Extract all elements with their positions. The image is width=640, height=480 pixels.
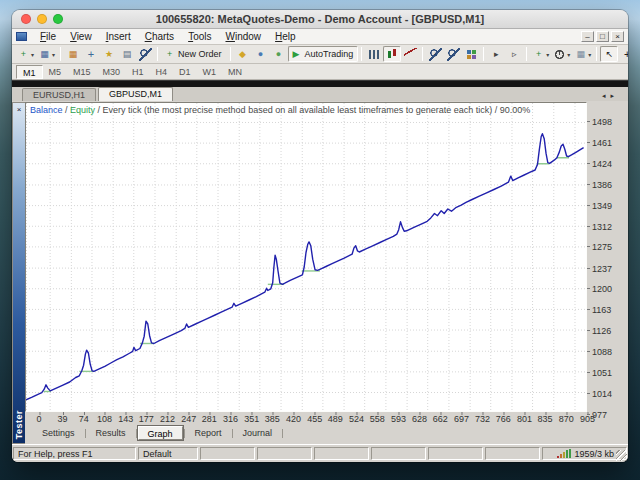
timeframe-m30[interactable]: M30 bbox=[97, 65, 127, 79]
tester-tab-journal[interactable]: Journal bbox=[234, 426, 282, 440]
resize-grip-icon[interactable] bbox=[616, 450, 627, 461]
timeframe-m5[interactable]: M5 bbox=[43, 65, 68, 79]
menu-view[interactable]: View bbox=[63, 30, 99, 43]
chart-tab-eurusd-h1[interactable]: EURUSD,H1 bbox=[22, 88, 96, 101]
zoom-in-button[interactable]: + bbox=[426, 46, 444, 62]
data-window-button[interactable]: + bbox=[82, 46, 100, 62]
dropdown-arrow-icon[interactable]: ▾ bbox=[31, 51, 34, 58]
tester-tab-results[interactable]: Results bbox=[87, 426, 135, 440]
title-bar[interactable]: 100655820: MetaQuotes-Demo - Demo Accoun… bbox=[12, 10, 628, 29]
templates-button[interactable]: ▦▾ bbox=[572, 46, 593, 62]
bar-chart-button[interactable] bbox=[365, 46, 383, 62]
x-tick-label: 593 bbox=[391, 414, 406, 424]
close-window-button[interactable] bbox=[21, 14, 31, 24]
chart-plus-icon: + bbox=[17, 48, 30, 61]
line-chart-button[interactable] bbox=[401, 46, 419, 62]
toolbar-separator bbox=[526, 47, 527, 61]
crosshair-button[interactable]: + bbox=[618, 46, 628, 62]
toolbar-separator bbox=[230, 47, 231, 61]
chart-tab-gbpusd-m1[interactable]: GBPUSD,M1 bbox=[98, 87, 173, 101]
minimize-window-button[interactable] bbox=[37, 14, 47, 24]
community-button[interactable]: ● bbox=[252, 46, 270, 62]
tester-panel-titlebar: × Tester bbox=[12, 102, 25, 444]
mdi-restore-button[interactable]: □ bbox=[596, 31, 609, 42]
indicator-plus-icon: + bbox=[532, 48, 545, 61]
status-profile[interactable]: Default bbox=[138, 447, 198, 460]
mdi-close-button[interactable]: × bbox=[611, 31, 624, 42]
menu-tools[interactable]: Tools bbox=[181, 30, 218, 43]
window-title: 100655820: MetaQuotes-Demo - Demo Accoun… bbox=[12, 13, 628, 25]
menu-file[interactable]: File bbox=[33, 30, 63, 43]
tester-panel-title: Tester bbox=[14, 410, 24, 439]
tester-tab-separator bbox=[232, 429, 233, 438]
timeframe-w1[interactable]: W1 bbox=[197, 65, 223, 79]
tester-tab-separator bbox=[85, 429, 86, 438]
metaeditor-button[interactable]: ◆ bbox=[234, 46, 252, 62]
dropdown-arrow-icon[interactable]: ▾ bbox=[567, 51, 570, 58]
menu-insert[interactable]: Insert bbox=[99, 30, 138, 43]
traffic-lights bbox=[21, 14, 63, 24]
tester-graph[interactable]: Balance / Equity / Every tick (the most … bbox=[25, 102, 587, 412]
mdi-window-controls: –□× bbox=[581, 31, 624, 42]
modelling-quality: 90.00% bbox=[500, 105, 531, 115]
timeframe-m15[interactable]: M15 bbox=[67, 65, 97, 79]
zoom-window-button[interactable] bbox=[53, 14, 63, 24]
tester-close-button[interactable]: × bbox=[17, 105, 22, 114]
news-button[interactable]: ● bbox=[270, 46, 288, 62]
menu-window[interactable]: Window bbox=[218, 30, 268, 43]
timeframe-d1[interactable]: D1 bbox=[173, 65, 197, 79]
x-tick-label: 628 bbox=[412, 414, 427, 424]
indicators-button[interactable]: +▾ bbox=[530, 46, 551, 62]
market-watch-icon: ▦ bbox=[67, 48, 80, 61]
tile-windows-button[interactable] bbox=[462, 46, 480, 62]
candles-icon bbox=[386, 48, 399, 61]
timeframe-h4[interactable]: H4 bbox=[150, 65, 174, 79]
dropdown-arrow-icon[interactable]: ▾ bbox=[52, 51, 55, 58]
periods-button[interactable]: ▾ bbox=[551, 46, 572, 62]
chart-shift-button[interactable]: ▹ bbox=[505, 46, 523, 62]
y-tick-label: 1349 bbox=[592, 201, 612, 211]
tab-scroll-right-icon[interactable]: ▸ bbox=[610, 92, 614, 100]
autotrading-button[interactable]: ▶AutoTrading bbox=[288, 46, 359, 62]
equity-legend-label: Equity bbox=[70, 105, 95, 115]
x-tick-label: 177 bbox=[139, 414, 154, 424]
status-bar: For Help, press F1 Default 1959/3 kb bbox=[12, 444, 628, 462]
x-tick-label: 905 bbox=[580, 414, 595, 424]
navigator-button[interactable]: ★ bbox=[100, 46, 118, 62]
candlestick-button[interactable] bbox=[383, 46, 401, 62]
tester-tabs: SettingsResultsGraphReportJournal bbox=[25, 425, 628, 441]
tab-scroll-left-icon[interactable]: ◂ bbox=[602, 92, 606, 100]
profiles-button[interactable]: ▦▾ bbox=[36, 46, 57, 62]
tester-tab-graph[interactable]: Graph bbox=[138, 426, 183, 440]
new-order-button[interactable]: +New Order bbox=[161, 46, 227, 62]
cursor-arrow-icon: ↖ bbox=[603, 48, 616, 61]
timeframe-mn[interactable]: MN bbox=[222, 65, 248, 79]
status-empty-cell bbox=[314, 447, 369, 460]
menu-items: FileViewInsertChartsToolsWindowHelp bbox=[33, 30, 303, 43]
magnifier-icon bbox=[139, 48, 152, 61]
dropdown-arrow-icon[interactable]: ▾ bbox=[546, 51, 549, 58]
tester-tab-settings[interactable]: Settings bbox=[33, 426, 84, 440]
mdi-minimize-button[interactable]: – bbox=[581, 31, 594, 42]
menu-charts[interactable]: Charts bbox=[138, 30, 181, 43]
legend-separator: / bbox=[492, 105, 500, 115]
timeframe-h1[interactable]: H1 bbox=[126, 65, 150, 79]
new-chart-button[interactable]: +▾ bbox=[15, 46, 36, 62]
timeframe-m1[interactable]: M1 bbox=[16, 65, 43, 79]
dropdown-arrow-icon[interactable]: ▾ bbox=[588, 51, 591, 58]
terminal-button[interactable]: ▤ bbox=[118, 46, 136, 62]
auto-scroll-button[interactable]: ▸ bbox=[487, 46, 505, 62]
star-icon: ★ bbox=[103, 48, 116, 61]
cursor-button[interactable]: ↖ bbox=[600, 46, 618, 62]
menu-help[interactable]: Help bbox=[268, 30, 303, 43]
x-tick-label: 281 bbox=[202, 414, 217, 424]
strategy-tester-button[interactable] bbox=[136, 46, 154, 62]
toolbar-separator bbox=[60, 47, 61, 61]
crosshair-icon: + bbox=[621, 48, 628, 61]
market-watch-button[interactable]: ▦ bbox=[64, 46, 82, 62]
zoom-out-button[interactable]: - bbox=[444, 46, 462, 62]
toolbar-separator bbox=[596, 47, 597, 61]
autotrading-button-label: AutoTrading bbox=[305, 49, 354, 59]
tester-tab-report[interactable]: Report bbox=[186, 426, 231, 440]
linechart-icon bbox=[404, 48, 417, 61]
